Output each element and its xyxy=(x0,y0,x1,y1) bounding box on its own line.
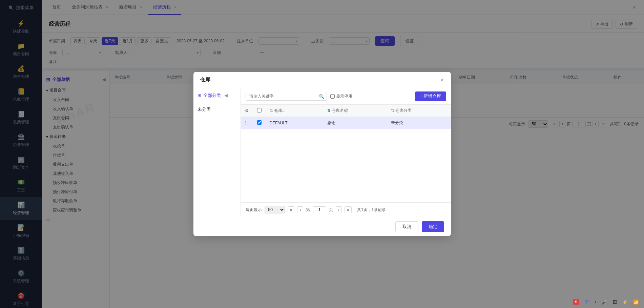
row-category-cell: 未分类 xyxy=(387,117,451,129)
modal-page-word: 第 xyxy=(306,207,310,213)
row-code-cell: DEFAULT xyxy=(266,117,323,129)
all-category-label: 全部分类 xyxy=(203,93,221,99)
cancel-button[interactable]: 取消 xyxy=(395,221,418,232)
col-warehouse-category: ⇅ 仓库分类 xyxy=(387,105,451,117)
modal-page-input[interactable] xyxy=(313,206,326,213)
status-icon-4: 🖼 xyxy=(612,300,617,305)
modal-close-btn[interactable]: × xyxy=(440,77,444,83)
status-icon-6: 📶 xyxy=(633,300,639,305)
modal-pagination: 每页显示 50 « ‹ 第 页 › » 共1页，1条记录 xyxy=(241,202,451,217)
col-settings: ⚙ xyxy=(241,105,253,117)
sort-icon-3: ⇅ xyxy=(391,108,394,113)
modal-table-wrapper: ⚙ ⇅ 仓库... ⇅ 仓库名称 xyxy=(241,105,451,202)
status-icon-5: ⚡ xyxy=(622,300,628,305)
warehouse-search-input[interactable] xyxy=(246,92,327,101)
col-checkbox xyxy=(253,105,266,117)
unclassified-label: 未分类 xyxy=(198,107,211,112)
modal-left-panel: ⊞ 全部分类 ◀ 未分类 xyxy=(193,88,241,217)
modal-body: ⊞ 全部分类 ◀ 未分类 🔍 显示停用 xyxy=(193,88,451,217)
confirm-button[interactable]: 确定 xyxy=(422,221,444,232)
modal-page-size-select[interactable]: 50 xyxy=(265,206,285,213)
search-wrapper: 🔍 xyxy=(246,92,327,101)
modal-toolbar: 🔍 显示停用 + 新增仓库 xyxy=(241,88,451,105)
col-warehouse-code: ⇅ 仓库... xyxy=(266,105,323,117)
row-settings-cell: 1 xyxy=(241,117,253,129)
modal-left-unclassified[interactable]: 未分类 xyxy=(193,103,241,116)
modal-table: ⚙ ⇅ 仓库... ⇅ 仓库名称 xyxy=(241,105,451,129)
modal-prev-page-btn[interactable]: ‹ xyxy=(297,206,303,213)
status-icon-1: 中 xyxy=(585,299,589,305)
row-name-cell: 总仓 xyxy=(323,117,387,129)
show-disabled-text: 显示停用 xyxy=(336,94,352,99)
modal-right-panel: 🔍 显示停用 + 新增仓库 ⚙ xyxy=(241,88,451,217)
status-logo: S xyxy=(573,299,579,305)
warehouse-modal: 仓库 × ⊞ 全部分类 ◀ 未分类 xyxy=(193,72,451,236)
search-magnify-icon: 🔍 xyxy=(319,94,324,99)
modal-title: 仓库 xyxy=(200,77,210,83)
select-all-checkbox[interactable] xyxy=(257,108,262,112)
sort-icon-2: ⇅ xyxy=(327,108,331,113)
settings-col-icon[interactable]: ⚙ xyxy=(245,108,249,113)
modal-left-header: ⊞ 全部分类 ◀ xyxy=(193,88,241,103)
table-row[interactable]: 1 DEFAULT 总仓 未分类 xyxy=(241,117,451,129)
modal-header: 仓库 × xyxy=(193,72,451,88)
modal-table-body: 1 DEFAULT 总仓 未分类 xyxy=(241,117,451,129)
show-disabled-label[interactable]: 显示停用 xyxy=(330,94,352,99)
modal-total: 共1页，1条记录 xyxy=(357,207,386,213)
modal-overlay: 仓库 × ⊞ 全部分类 ◀ 未分类 xyxy=(0,0,644,308)
col-warehouse-name: ⇅ 仓库名称 xyxy=(323,105,387,117)
modal-footer: 取消 确定 xyxy=(193,217,451,236)
modal-next-page-btn[interactable]: › xyxy=(336,206,342,213)
add-warehouse-button[interactable]: + 新增仓库 xyxy=(415,91,446,101)
modal-first-page-btn[interactable]: « xyxy=(288,206,295,213)
status-icon-3: 🎤 xyxy=(602,300,607,305)
modal-last-page-btn[interactable]: » xyxy=(345,206,352,213)
grid-icon-2: ⊞ xyxy=(198,93,201,98)
show-disabled-checkbox[interactable] xyxy=(330,94,335,99)
status-icon-2: • xyxy=(595,300,596,305)
status-bar: S 中 • 🎤 🖼 ⚡ 📶 xyxy=(567,296,644,308)
row-checkbox[interactable] xyxy=(257,120,262,125)
modal-table-head: ⚙ ⇅ 仓库... ⇅ 仓库名称 xyxy=(241,105,451,117)
row-checkbox-cell xyxy=(253,117,266,129)
modal-page-label: 页 xyxy=(329,207,333,213)
modal-page-size-label: 每页显示 xyxy=(246,207,262,213)
collapse-left-btn[interactable]: ◀ xyxy=(223,91,229,99)
sort-icon: ⇅ xyxy=(270,108,273,113)
